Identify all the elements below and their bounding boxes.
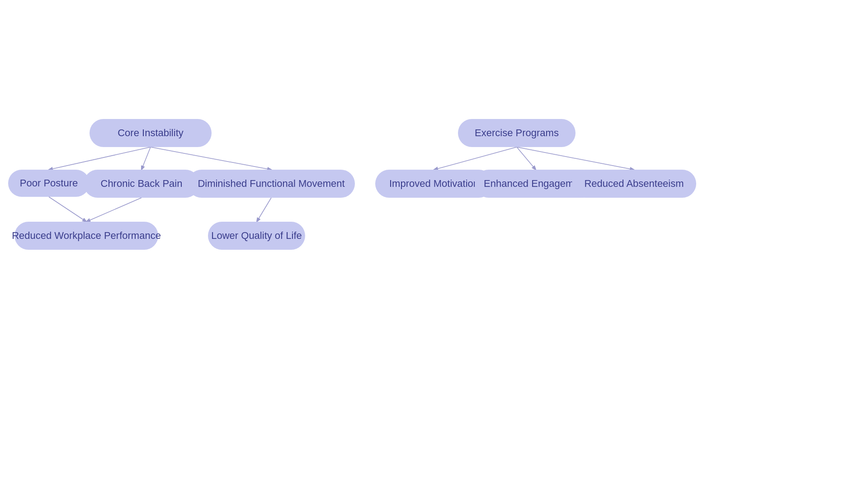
svg-line-5 <box>257 198 271 222</box>
svg-line-8 <box>517 147 634 170</box>
node-chronic-back-pain: Chronic Back Pain <box>84 170 199 198</box>
svg-line-6 <box>434 147 517 170</box>
node-reduced-absenteeism: Reduced Absenteeism <box>572 170 696 198</box>
svg-line-4 <box>86 198 142 222</box>
node-exercise-programs: Exercise Programs <box>458 119 576 147</box>
node-reduced-workplace-performance: Reduced Workplace Performance <box>14 222 158 250</box>
node-lower-quality-of-life: Lower Quality of Life <box>208 222 305 250</box>
svg-line-0 <box>49 147 151 170</box>
svg-line-3 <box>49 197 86 222</box>
node-diminished-functional-movement: Diminished Functional Movement <box>188 170 355 198</box>
node-core-instability: Core Instability <box>90 119 212 147</box>
svg-line-1 <box>142 147 151 170</box>
diagram-container: Core Instability Poor Posture Chronic Ba… <box>0 0 868 490</box>
svg-line-7 <box>517 147 536 170</box>
node-poor-posture: Poor Posture <box>8 170 90 197</box>
svg-line-2 <box>151 147 271 170</box>
